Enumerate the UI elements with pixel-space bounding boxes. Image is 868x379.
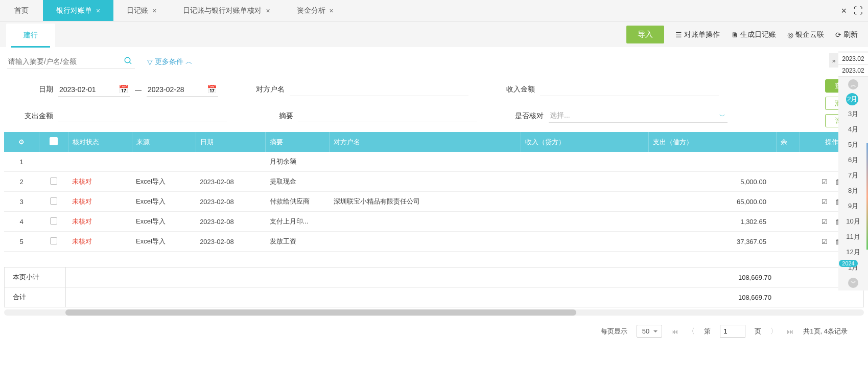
- row-expense: 1,302.65: [649, 212, 777, 232]
- date-to-field[interactable]: 2023-02-28 📅: [147, 82, 218, 97]
- check-icon[interactable]: ☑: [822, 218, 828, 226]
- row-checkbox-cell[interactable]: [39, 172, 68, 192]
- select-all-checkbox[interactable]: [50, 137, 58, 145]
- matched-select[interactable]: 选择... ﹀: [549, 109, 728, 123]
- prev-page-button[interactable]: 〈: [688, 327, 695, 336]
- period-top-2[interactable]: 2023.02: [838, 65, 868, 77]
- col-date[interactable]: 日期: [196, 132, 265, 152]
- row-balance: [777, 232, 800, 252]
- row-checkbox-cell[interactable]: [39, 152, 68, 172]
- table-row[interactable]: 5未核对Excel导入2023-02-08发放工资37,367.05☑🗑: [4, 232, 864, 252]
- expense-input[interactable]: [58, 109, 227, 122]
- row-checkbox[interactable]: [50, 197, 57, 205]
- col-balance[interactable]: 余: [777, 132, 800, 152]
- scroll-up-button[interactable]: ︽: [848, 79, 858, 90]
- page-input[interactable]: [720, 325, 745, 338]
- generate-journal-link[interactable]: 🗎 生成日记账: [731, 30, 776, 39]
- row-checkbox[interactable]: [50, 217, 57, 225]
- counterparty-input[interactable]: [290, 83, 468, 96]
- top-tabs-bar: 首页 银行对账单 × 日记账 × 日记账与银行对账单核对 × 资金分析 × × …: [0, 0, 868, 21]
- row-checkbox-cell[interactable]: [39, 232, 68, 252]
- row-checkbox-cell[interactable]: [39, 192, 68, 212]
- search-input[interactable]: [7, 54, 135, 69]
- tab-label: 银行对账单: [56, 6, 92, 15]
- tab-fund-analysis[interactable]: 资金分析 ×: [284, 0, 347, 21]
- first-page-button[interactable]: ⏮: [671, 327, 678, 336]
- label: 对账单操作: [684, 30, 720, 39]
- col-source[interactable]: 来源: [132, 132, 196, 152]
- horizontal-scrollbar[interactable]: [4, 309, 864, 316]
- income-input[interactable]: [540, 83, 719, 96]
- table-row[interactable]: 4未核对Excel导入2023-02-08支付上月印...1,302.65☑🗑: [4, 212, 864, 232]
- close-icon[interactable]: ×: [152, 7, 156, 15]
- check-icon[interactable]: ☑: [822, 178, 828, 186]
- col-gear[interactable]: ⚙: [4, 132, 39, 152]
- filter-summary-label: 摘要: [247, 112, 298, 121]
- month-item[interactable]: 4月: [846, 122, 860, 137]
- month-item[interactable]: 2月: [846, 93, 858, 105]
- row-expense: 65,000.00: [649, 192, 777, 212]
- sync-icon: ◎: [787, 31, 793, 39]
- row-checkbox-cell[interactable]: [39, 212, 68, 232]
- month-item[interactable]: 9月: [846, 198, 860, 214]
- tab-home[interactable]: 首页: [0, 0, 43, 21]
- chevron-down-icon: ﹀: [719, 112, 725, 121]
- col-counterparty[interactable]: 对方户名: [330, 132, 521, 152]
- filter-counterparty-label: 对方户名: [239, 85, 290, 94]
- col-summary[interactable]: 摘要: [266, 132, 330, 152]
- tab-journal[interactable]: 日记账 ×: [113, 0, 170, 21]
- col-status[interactable]: 核对状态: [68, 132, 132, 152]
- date-from-field[interactable]: 2023-02-01 📅: [58, 82, 130, 97]
- month-item[interactable]: 11月: [846, 229, 860, 244]
- calendar-icon[interactable]: 📅: [207, 84, 217, 94]
- check-icon[interactable]: ☑: [822, 238, 828, 246]
- row-checkbox[interactable]: [50, 237, 57, 244]
- month-item[interactable]: 6月: [846, 152, 860, 168]
- col-checkbox[interactable]: [39, 132, 68, 152]
- close-icon[interactable]: ×: [330, 7, 334, 15]
- row-income: [521, 192, 649, 212]
- month-item[interactable]: 3月: [846, 106, 860, 122]
- statement-ops-link[interactable]: ☰ 对账单操作: [675, 30, 720, 39]
- bank-cloud-link[interactable]: ◎ 银企云联: [787, 30, 824, 39]
- row-checkbox[interactable]: [50, 177, 57, 185]
- month-item[interactable]: 10月: [846, 214, 860, 229]
- refresh-link[interactable]: ⟳ 刷新: [835, 30, 858, 39]
- subtab-bank-ccb[interactable]: 建行: [6, 24, 55, 47]
- row-status: 未核对: [68, 232, 132, 252]
- calendar-icon[interactable]: 📅: [119, 84, 129, 94]
- col-income[interactable]: 收入（贷方）: [521, 132, 649, 152]
- scroll-down-button[interactable]: ︾: [848, 278, 858, 288]
- period-top-1[interactable]: 2023.02: [838, 53, 868, 65]
- month-item[interactable]: 8月: [846, 183, 860, 198]
- month-item[interactable]: 12月: [846, 244, 860, 260]
- label: 更多条件: [155, 57, 183, 66]
- close-all-icon[interactable]: ×: [841, 6, 847, 16]
- check-icon[interactable]: ☑: [822, 198, 828, 206]
- tab-bank-statement[interactable]: 银行对账单 ×: [43, 0, 113, 21]
- panel-expand-handle[interactable]: »: [829, 53, 838, 68]
- date-separator: —: [135, 86, 142, 94]
- table-row[interactable]: 2未核对Excel导入2023-02-08提取现金5,000.00☑🗑: [4, 172, 864, 192]
- table-row[interactable]: 3未核对Excel导入2023-02-08付款给供应商深圳联宝小精品有限责任公司…: [4, 192, 864, 212]
- row-summary: 支付上月印...: [266, 212, 330, 232]
- search-icon[interactable]: [124, 56, 133, 68]
- row-status: 未核对: [68, 192, 132, 212]
- per-page-select[interactable]: 50: [637, 325, 662, 338]
- month-item[interactable]: 5月: [846, 137, 860, 152]
- col-expense[interactable]: 支出（借方）: [649, 132, 777, 152]
- row-balance: [777, 152, 800, 172]
- chevron-up-icon: ︿: [185, 57, 193, 66]
- last-page-button[interactable]: ⏭: [787, 327, 794, 336]
- close-icon[interactable]: ×: [96, 7, 100, 15]
- close-icon[interactable]: ×: [266, 7, 270, 15]
- fullscreen-icon[interactable]: ⛶: [854, 6, 863, 16]
- import-button[interactable]: 导入: [626, 26, 664, 43]
- tab-reconcile[interactable]: 日记账与银行对账单核对 ×: [170, 0, 283, 21]
- month-item[interactable]: 7月: [846, 168, 860, 183]
- scrollbar-thumb[interactable]: [65, 309, 576, 316]
- table-row[interactable]: 1月初余额: [4, 152, 864, 172]
- next-page-button[interactable]: 〉: [770, 327, 778, 336]
- summary-input[interactable]: [298, 109, 477, 122]
- more-filters-toggle[interactable]: ▽ 更多条件 ︿: [147, 57, 193, 66]
